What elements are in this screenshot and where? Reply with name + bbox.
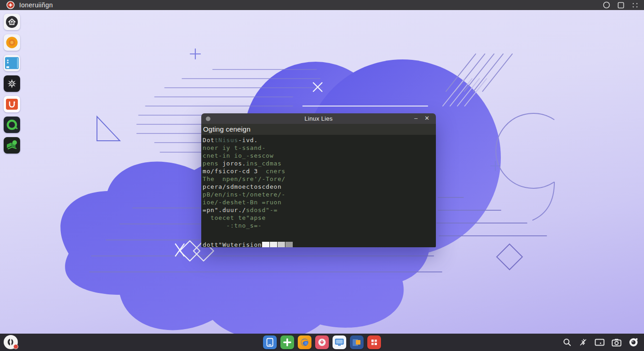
ubuntu-software-icon xyxy=(5,98,19,110)
terminal-line: DottNisus-ivd. xyxy=(203,136,436,144)
tablet-icon xyxy=(266,338,274,347)
terminal-line: =pn".duur./sdosd"-= xyxy=(203,206,436,214)
taskbar-app-plus[interactable] xyxy=(280,335,294,349)
terminal-line: ioe/-deshet-Bn =ruon xyxy=(203,198,436,206)
folder-blocks-icon xyxy=(352,337,362,347)
terminal-window: Linux Lies – ✕ Ogting ceneign DottNisus-… xyxy=(201,113,436,247)
green-map-icon xyxy=(5,139,18,152)
camera-icon[interactable] xyxy=(612,338,622,347)
dock-item-ubuntu[interactable] xyxy=(4,34,20,51)
taskbar-apps xyxy=(263,335,381,349)
browser-globe-icon xyxy=(300,337,310,347)
terminal-header-line: Ogting ceneign xyxy=(201,124,436,135)
terminal-progress-line: dott"Wuterision xyxy=(203,241,436,247)
blue-window-icon xyxy=(5,56,19,70)
monitor-icon xyxy=(334,338,344,347)
media-circle-icon xyxy=(317,338,327,347)
system-tray xyxy=(563,334,639,351)
four-arrows-icon[interactable] xyxy=(632,2,639,9)
window-title: Ioneruiiñgn xyxy=(19,0,53,10)
webcam-icon[interactable] xyxy=(628,337,639,347)
grid-icon xyxy=(370,338,378,346)
progress-block xyxy=(262,242,269,248)
terminal-line: -:tno_s=- xyxy=(203,222,436,229)
progress-block xyxy=(278,242,285,248)
taskbar-app-tablet[interactable] xyxy=(263,335,277,349)
green-ring-icon xyxy=(5,118,18,131)
dock-item-software[interactable] xyxy=(4,96,20,112)
bluetooth-off-icon[interactable] xyxy=(579,338,588,347)
terminal-line: The npen/sre'/-Tore/ xyxy=(203,175,436,183)
power-badge xyxy=(13,344,18,349)
progress-block xyxy=(270,242,277,248)
gear-flower-icon xyxy=(6,78,17,89)
taskbar-app-browser[interactable] xyxy=(298,335,311,349)
taskbar-app-files[interactable] xyxy=(350,335,364,349)
terminal-line: pcera/sdmoectoscdeon xyxy=(203,183,436,191)
dock-item-ring[interactable] xyxy=(4,117,20,133)
terminal-line xyxy=(203,229,436,237)
terminal-line: noer iy t-ssand- xyxy=(203,144,436,152)
terminal-line: pens joros.ins_cdmas xyxy=(203,160,436,167)
progress-label: dott"Wuterision xyxy=(203,241,262,247)
red-cross-badge-icon[interactable] xyxy=(6,1,15,9)
dock xyxy=(4,14,20,154)
terminal-line: cnet-in io_-sescow xyxy=(203,152,436,160)
power-button[interactable] xyxy=(4,335,18,349)
dock-item-maps[interactable] xyxy=(4,137,20,154)
orange-circle-icon xyxy=(5,36,18,49)
plus-icon xyxy=(283,338,291,346)
terminal-line: mo/fsicor-cd 3 cners xyxy=(203,167,436,175)
circle-outline-icon[interactable] xyxy=(603,1,610,9)
top-bar: Ioneruiiñgn xyxy=(0,0,644,10)
home-icon xyxy=(5,16,18,28)
desktop-screen: Ioneruiiñgn xyxy=(0,0,644,351)
taskbar-app-display[interactable] xyxy=(333,335,346,349)
terminal-titlebar[interactable]: Linux Lies – ✕ xyxy=(201,113,436,124)
terminal-output[interactable]: DottNisus-ivd.noer iy t-ssand-cnet-in io… xyxy=(201,135,436,247)
terminal-line: toecet te"apse xyxy=(203,214,436,222)
close-button[interactable]: ✕ xyxy=(424,113,429,123)
window-menu-dot[interactable] xyxy=(206,117,210,121)
dock-item-terminal[interactable] xyxy=(4,55,20,71)
progress-block xyxy=(285,242,293,248)
display-icon[interactable] xyxy=(595,338,605,346)
minimize-button[interactable]: – xyxy=(414,113,418,123)
taskbar-app-grid[interactable] xyxy=(367,335,381,349)
square-outline-icon[interactable] xyxy=(617,2,624,9)
search-icon[interactable] xyxy=(563,338,572,347)
dock-item-home[interactable] xyxy=(4,14,20,30)
taskbar-app-media[interactable] xyxy=(315,335,329,349)
terminal-title: Linux Lies xyxy=(201,115,436,122)
taskbar xyxy=(0,334,644,351)
dock-item-settings[interactable] xyxy=(4,75,20,92)
window-controls xyxy=(603,0,639,10)
terminal-line: pB/en/ins-t/onetere/- xyxy=(203,191,436,198)
